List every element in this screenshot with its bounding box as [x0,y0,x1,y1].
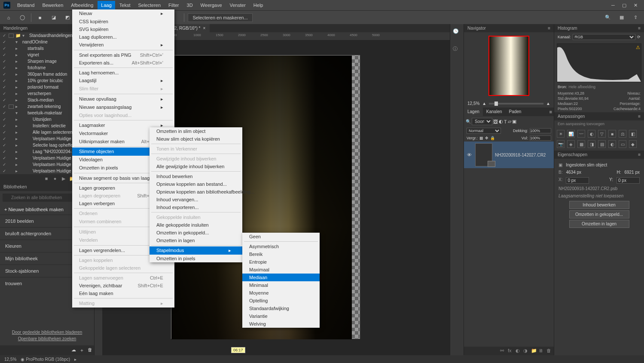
menu-weergave[interactable]: Weergave [197,1,226,9]
menu-item[interactable]: Eén laag maken [72,289,174,297]
selective-color-icon[interactable]: ◆ [629,140,637,148]
menu-item[interactable]: Verenigen, zichtbaarShift+Ctrl+E [72,282,174,289]
menu-item[interactable]: Maximaal [242,266,320,274]
zoom-out-icon[interactable]: ▲ [482,101,486,106]
stop-icon[interactable]: ■ [43,175,49,182]
menu-item[interactable]: Inhoud bewerken [150,172,242,180]
search-public-link[interactable]: Openbare bibliotheken zoeken [3,335,91,342]
panel-menu-icon[interactable]: ≡ [638,26,641,31]
menu-item[interactable]: Alle gekoppelde insluiten [150,221,242,229]
menu-item[interactable]: Standaardafwijking [242,305,320,312]
menu-3d[interactable]: 3D [183,1,196,9]
menu-item[interactable]: Nieuwe opvullaag▸ [72,95,174,103]
menu-item[interactable]: Inhoud exporteren... [150,203,242,211]
layer-blend-select[interactable]: Normaal [467,128,501,134]
home-icon[interactable]: ⌂ [3,12,14,23]
tab-paths[interactable]: Paden [506,108,525,116]
opacity-input[interactable] [530,128,551,133]
menu-item[interactable]: Alle gewijzigde inhoud bijwerken [150,163,242,170]
filter-shape-icon[interactable]: ▱ [508,119,511,124]
menu-item[interactable]: Mediaan [242,274,320,281]
panel-menu-icon[interactable]: ≡ [638,114,641,119]
menu-item[interactable]: Omzetten in lagen [150,237,242,244]
close-tab-icon[interactable]: × [203,26,205,31]
menu-item[interactable]: Geen [242,233,320,240]
menu-item[interactable]: Laag hernoemen... [72,69,174,77]
invert-icon[interactable]: ◨ [588,140,595,148]
navigator-thumbnail[interactable] [488,36,529,96]
filter-adjust-icon[interactable]: ◐ [499,119,503,124]
marquee-tool-icon[interactable]: ◯ [17,12,27,23]
workspace-icon[interactable]: ▦ [617,12,627,23]
adjustment-layer-icon[interactable]: ◑ [523,348,529,354]
menu-item[interactable]: Opnieuw koppelen aan bibliotheekafbeeldi… [150,188,242,196]
edit-contents-button[interactable]: Inhoud bewerken [569,201,629,209]
menu-item[interactable]: Laag dupliceren... [72,33,174,41]
select-and-mask-button[interactable]: Selecteren en maskeren... [188,13,252,22]
search-icon[interactable]: 🔍 [603,12,613,23]
menu-item[interactable]: Snel exporteren als PNGShift+Ctrl+' [72,51,174,59]
x-input[interactable] [566,177,589,184]
hue-icon[interactable]: ■ [608,130,616,138]
shape-add-icon[interactable]: ◪ [49,12,59,23]
threshold-icon[interactable]: ◐ [608,140,616,148]
menu-item[interactable]: Opnieuw koppelen aan bestand... [150,180,242,188]
photo-filter-icon[interactable]: 📷 [557,140,565,148]
menu-item[interactable]: Laagstijl▸ [72,77,174,85]
menu-bestand[interactable]: Bestand [14,1,38,9]
lookup-icon[interactable]: ▦ [577,140,585,148]
fill-input[interactable] [530,135,551,141]
menu-item[interactable]: CSS kopiëren [72,18,174,25]
menu-tekst[interactable]: Tekst [116,1,134,9]
play-icon[interactable]: ▶ [61,175,67,182]
menu-item[interactable]: Moyenne [242,289,320,297]
menu-item[interactable]: Inhoud vervangen... [150,196,242,203]
layer-row[interactable]: 👁 NH20200918-142027.CR2 [464,142,554,168]
layer-style-icon[interactable]: fx [508,348,514,354]
info-icon[interactable]: ⓘ [453,46,461,54]
tab-layers[interactable]: Lagen [464,108,483,116]
panel-menu-icon[interactable]: ≡ [548,26,550,31]
menu-item[interactable]: Nieuw▸ [72,9,174,18]
minimize-button[interactable]: ─ [608,2,618,9]
record-icon[interactable]: ● [52,175,58,182]
bw-icon[interactable]: ◧ [629,130,637,138]
filter-text-icon[interactable]: T [504,119,507,124]
curves-icon[interactable]: 〰 [577,130,585,138]
menu-item[interactable]: Bereik [242,250,320,258]
channel-mixer-icon[interactable]: ◈ [567,140,575,148]
filter-image-icon[interactable]: 🖼 [493,119,498,124]
shape-square-icon[interactable]: ■ [35,12,45,23]
lock-all-icon[interactable]: 🔒 [490,136,495,140]
menu-venster[interactable]: Venster [226,1,249,9]
y-input[interactable] [617,177,640,184]
menu-item[interactable]: Variantie [242,312,320,320]
convert-layers-button[interactable]: Omzetten in lagen [569,220,629,228]
lib-sync-icon[interactable]: ☁ [71,347,76,354]
menu-item[interactable]: Entropie [242,258,320,266]
tab-channels[interactable]: Kanalen [483,108,506,116]
menu-item[interactable]: Exporteren als...Alt+Shift+Ctrl+' [72,59,174,67]
menu-item[interactable]: Welving [242,320,320,328]
history-icon[interactable]: 🕓 [453,28,461,37]
posterize-icon[interactable]: ▤ [598,140,606,148]
menu-bewerken[interactable]: Bewerken [39,1,67,9]
zoom-in-icon[interactable]: ▲ [546,101,550,106]
menu-item[interactable]: Omzetten in gekoppeld... [150,229,242,237]
menu-item[interactable]: Minimaal [242,281,320,289]
panel-menu-icon[interactable]: ≡ [548,108,554,116]
convert-linked-button[interactable]: Omzetten in gekoppeld... [569,210,629,218]
menu-filter[interactable]: Filter [165,1,182,9]
menu-item[interactable]: SVG kopiëren [72,25,174,33]
share-icon[interactable]: ⇪ [630,12,641,23]
menu-laag[interactable]: Laag [98,1,115,9]
link-layers-icon[interactable]: ⚯ [500,348,506,354]
brightness-icon[interactable]: ☀ [557,130,565,138]
menu-item[interactable]: Asymmetrisch [242,243,320,250]
delete-layer-icon[interactable]: 🗑 [546,348,552,354]
gradient-map-icon[interactable]: ▭ [619,140,626,148]
layer-mask-icon[interactable]: ◐ [516,348,522,354]
menu-help[interactable]: Help [250,1,267,9]
new-layer-icon[interactable]: 🗎 [539,348,545,354]
panel-menu-icon[interactable]: ≡ [638,152,641,157]
